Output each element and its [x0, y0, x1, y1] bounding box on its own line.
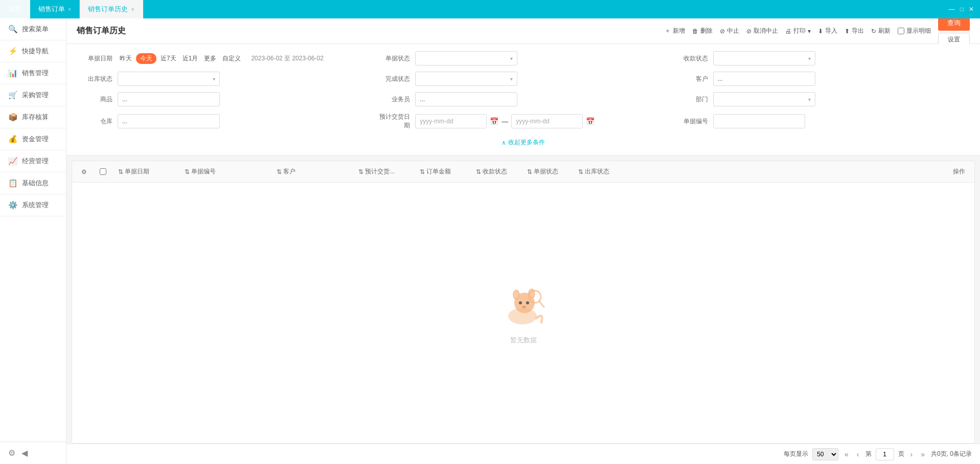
- collapse-row[interactable]: ∧ 收起更多条件: [77, 136, 970, 151]
- out-status-arrow-icon: ▾: [213, 76, 215, 82]
- stop-label: 中止: [727, 27, 739, 35]
- customer-value: ...: [713, 72, 970, 86]
- out-status-select[interactable]: ▾: [118, 72, 220, 86]
- stop-button[interactable]: ⊘ 中止: [720, 27, 739, 35]
- display-detail-toggle: 显示明细: [898, 27, 931, 35]
- th-order-amount[interactable]: ⇅ 订单金额: [416, 167, 472, 176]
- tab-home[interactable]: 首页: [0, 0, 30, 18]
- search-menu-icon: 🔍: [8, 25, 18, 34]
- sidebar-item-search-menu[interactable]: 🔍 搜索菜单: [0, 18, 66, 40]
- export-button[interactable]: ⬆ 导出: [845, 27, 864, 35]
- bill-status-select[interactable]: ▾: [415, 51, 517, 65]
- filter-row-1: 单据日期 昨天 今天 近7天 近1月 更多 自定义 2023-06-02 至 2…: [77, 51, 970, 65]
- import-button[interactable]: ⬇ 导入: [818, 27, 837, 35]
- delete-button[interactable]: 🗑 删除: [692, 27, 713, 35]
- sidebar-item-inventory-calc[interactable]: 📦 库存核算: [0, 106, 66, 128]
- date-btn-more[interactable]: 更多: [202, 53, 218, 64]
- sidebar-item-system-mgmt[interactable]: ⚙️ 系统管理: [0, 194, 66, 216]
- page-unit: 页: [898, 450, 904, 458]
- th-bill-date[interactable]: ⇅ 单据日期: [114, 167, 180, 176]
- tab-sales-order-close[interactable]: ×: [68, 6, 71, 12]
- sidebar-item-basic-info[interactable]: 📋 基础信息: [0, 172, 66, 194]
- last-page-button[interactable]: »: [919, 450, 927, 458]
- th-receipt-status[interactable]: ⇅ 收款状态: [472, 167, 523, 176]
- goods-dots: ...: [122, 96, 127, 103]
- sidebar-item-operations-mgmt-label: 经营管理: [22, 157, 49, 166]
- new-button[interactable]: ＋ 新增: [665, 27, 685, 35]
- th-delivery-date[interactable]: ⇅ 预计交货...: [354, 167, 416, 176]
- sidebar-item-quick-nav[interactable]: ⚡ 快捷导航: [0, 40, 66, 62]
- sidebar-item-capital-mgmt[interactable]: 💰 资金管理: [0, 128, 66, 150]
- empty-illustration: [498, 281, 549, 327]
- th-bill-no[interactable]: ⇅ 单据编号: [180, 167, 272, 176]
- display-detail-checkbox[interactable]: [898, 28, 904, 34]
- current-page-input[interactable]: [876, 448, 894, 460]
- date-buttons: 昨天 今天 近7天 近1月 更多 自定义: [118, 53, 243, 64]
- delete-icon: 🗑: [692, 28, 698, 35]
- next-page-button[interactable]: ›: [908, 450, 915, 458]
- sidebar-item-purchase-mgmt[interactable]: 🛒 采购管理: [0, 84, 66, 106]
- prev-page-button[interactable]: ‹: [855, 450, 861, 458]
- current-page-label: 第: [865, 450, 872, 458]
- top-bar-right: — □ ✕: [949, 6, 980, 13]
- th-client[interactable]: ⇅ 客户: [272, 167, 354, 176]
- empty-svg: [498, 281, 549, 327]
- page-title: 销售订单历史: [77, 26, 126, 36]
- tab-sales-order[interactable]: 销售订单 ×: [30, 0, 80, 18]
- dept-label: 部门: [672, 95, 713, 104]
- delivery-date-from[interactable]: yyyy-mm-dd: [415, 114, 487, 128]
- date-btn-1month[interactable]: 近1月: [180, 53, 200, 64]
- sort-up-icon-7: ⇅: [527, 168, 532, 175]
- dept-select[interactable]: ▾: [713, 92, 815, 106]
- new-icon: ＋: [665, 27, 671, 35]
- out-status-value: ▾: [118, 72, 374, 86]
- sidebar-item-inventory-calc-label: 库存核算: [22, 113, 49, 122]
- sidebar-item-sales-mgmt[interactable]: 📊 销售管理: [0, 62, 66, 84]
- date-btn-yesterday[interactable]: 昨天: [118, 53, 134, 64]
- first-page-button[interactable]: «: [842, 450, 851, 458]
- bill-no-input[interactable]: [713, 114, 805, 128]
- calendar-from-icon[interactable]: 📅: [490, 117, 498, 125]
- sidebar-item-operations-mgmt[interactable]: 📈 经营管理: [0, 150, 66, 172]
- sales-mgmt-icon: 📊: [8, 69, 18, 78]
- delivery-date-to[interactable]: yyyy-mm-dd: [511, 114, 583, 128]
- refresh-label: 刷新: [878, 27, 891, 35]
- window-minimize[interactable]: —: [949, 6, 955, 13]
- date-btn-today[interactable]: 今天: [136, 53, 156, 64]
- date-btn-custom[interactable]: 自定义: [220, 53, 243, 64]
- warehouse-label: 仓库: [77, 117, 118, 126]
- receipt-status-select[interactable]: ▾: [713, 51, 815, 65]
- cancel-stop-button[interactable]: ⊘ 取消中止: [746, 27, 778, 35]
- warehouse-input[interactable]: ...: [118, 114, 220, 128]
- date-btn-7days[interactable]: 近7天: [158, 53, 178, 64]
- tab-sales-order-history[interactable]: 销售订单历史 ×: [80, 0, 143, 18]
- sort-up-icon: ⇅: [118, 168, 123, 175]
- calendar-to-icon[interactable]: 📅: [586, 117, 595, 125]
- sidebar-item-basic-info-label: 基础信息: [22, 179, 49, 188]
- receipt-status-arrow-icon: ▾: [808, 56, 811, 61]
- sidebar-collapse-icon[interactable]: ◀: [21, 448, 28, 458]
- customer-input[interactable]: ...: [713, 72, 815, 86]
- refresh-button[interactable]: ↻ 刷新: [871, 27, 891, 35]
- purchase-mgmt-icon: 🛒: [8, 91, 18, 100]
- new-label: 新增: [673, 27, 685, 35]
- window-close[interactable]: ✕: [969, 6, 974, 13]
- print-button[interactable]: 🖨 打印 ▾: [785, 27, 811, 35]
- tab-sales-order-history-close[interactable]: ×: [131, 6, 134, 12]
- basic-info-icon: 📋: [8, 179, 18, 188]
- operations-mgmt-icon: 📈: [8, 157, 18, 166]
- salesperson-input[interactable]: ...: [415, 92, 517, 106]
- query-button[interactable]: 查询: [938, 18, 970, 31]
- sidebar-bottom: ⚙ ◀: [0, 441, 66, 464]
- select-all-checkbox[interactable]: [100, 168, 106, 175]
- th-gear[interactable]: ⚙: [77, 168, 96, 175]
- goods-input[interactable]: ...: [118, 92, 220, 106]
- th-checkbox[interactable]: [96, 168, 114, 175]
- per-page-select[interactable]: 50 10 20 100: [812, 448, 838, 460]
- window-maximize[interactable]: □: [960, 6, 964, 13]
- th-bill-status[interactable]: ⇅ 单据状态: [523, 167, 574, 176]
- complete-status-select[interactable]: ▾: [415, 72, 517, 86]
- sidebar-settings-icon[interactable]: ⚙: [8, 448, 15, 458]
- receipt-status-value: ▾: [713, 51, 970, 65]
- th-out-status[interactable]: ⇅ 出库状态: [574, 167, 625, 176]
